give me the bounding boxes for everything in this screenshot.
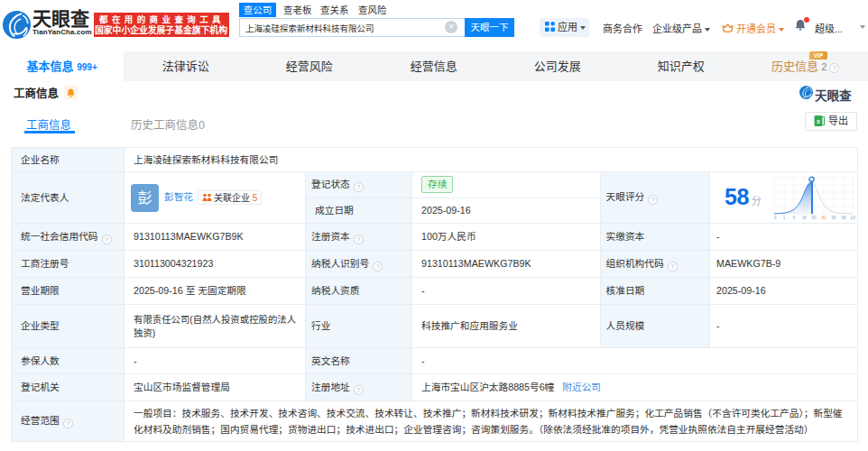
svg-text:1: 1 [783,216,786,220]
svg-text:0: 0 [774,216,777,220]
svg-text:18: 18 [801,216,807,220]
svg-text:5: 5 [793,216,796,220]
svg-text:x: x [817,118,820,124]
svg-text:50: 50 [811,216,817,220]
svg-text:82: 82 [821,216,826,220]
svg-text:99: 99 [841,216,846,220]
svg-text:100: 100 [850,216,855,220]
svg-text:95: 95 [831,216,836,220]
